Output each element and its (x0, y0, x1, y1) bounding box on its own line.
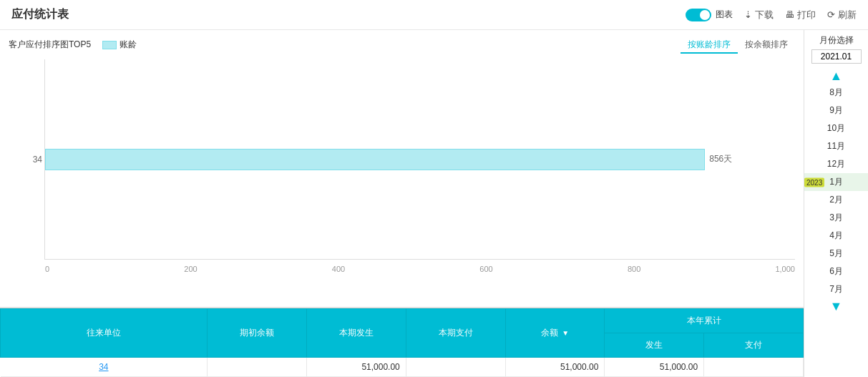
month-label: 2月 (829, 195, 843, 205)
x-axis: 0 200 400 600 800 1,000 (45, 265, 795, 273)
month-label: 10月 (827, 123, 845, 133)
header-actions: 图表 ⇣ 下载 🖶 打印 ⟳ 刷新 (686, 9, 857, 21)
month-item[interactable]: 2月 (804, 191, 868, 209)
download-label: 下载 (755, 9, 774, 21)
chart-area: 客户应付排序图TOP5 账龄 按账龄排序 按余额排序 (0, 30, 804, 307)
month-label: 3月 (829, 212, 843, 222)
month-item[interactable]: 10月 (804, 119, 868, 137)
table-row: 3451,000.0051,000.0051,000.00 (1, 358, 804, 377)
chart-legend: 客户应付排序图TOP5 账龄 (9, 39, 137, 51)
month-label: 12月 (827, 159, 845, 169)
print-icon: 🖶 (785, 9, 794, 20)
month-item[interactable]: 20231月 (804, 173, 868, 191)
cell-col6a: 51,000.00 (605, 358, 704, 377)
month-item[interactable]: 12月 (804, 155, 868, 173)
col5-sort-icon: ▼ (562, 329, 569, 337)
refresh-icon: ⟳ (827, 9, 835, 20)
sort-by-balance-button[interactable]: 按余额排序 (738, 37, 795, 54)
cell-col1[interactable]: 34 (1, 358, 208, 377)
bar-value-label: 856天 (709, 153, 732, 165)
th-col5: 余额 ▼ (505, 309, 605, 358)
month-item[interactable]: 11月 (804, 137, 868, 155)
legend-color (102, 41, 117, 49)
x-tick-400: 400 (332, 265, 345, 273)
month-label: 8月 (829, 87, 843, 97)
right-sidebar: 月份选择 ▲ 8月9月10月11月12月20231月2月3月4月5月6月7月 ▼ (804, 30, 868, 377)
data-table-container: 往来单位 期初余额 本期发生 本期支付 余额 ▼ 本年累计 发生 (0, 307, 804, 377)
month-item[interactable]: 7月 (804, 280, 868, 298)
bar-fill (45, 149, 705, 170)
month-item[interactable]: 3月 (804, 209, 868, 227)
month-item[interactable]: 4月 (804, 227, 868, 245)
month-label: 4月 (829, 230, 843, 240)
bar-y-label: 34 (16, 155, 42, 165)
data-table: 往来单位 期初余额 本期发生 本期支付 余额 ▼ 本年累计 发生 (0, 308, 804, 377)
year-badge: 2023 (804, 177, 824, 187)
chart-title: 客户应付排序图TOP5 (9, 39, 91, 51)
x-tick-800: 800 (628, 265, 640, 273)
sidebar-header: 月份选择 (819, 34, 854, 46)
sort-buttons: 按账龄排序 按余额排序 (681, 37, 795, 54)
main-content: 客户应付排序图TOP5 账龄 按账龄排序 按余额排序 (0, 30, 868, 377)
month-label: 6月 (829, 266, 843, 276)
chart-inner: 34 856天 0 200 400 600 800 1,000 (44, 59, 795, 260)
x-tick-1000: 1,000 (775, 265, 795, 273)
month-list: 8月9月10月11月12月20231月2月3月4月5月6月7月 (804, 84, 868, 298)
chart-bar-row: 34 856天 (45, 149, 795, 170)
month-label: 5月 (829, 248, 843, 258)
month-item[interactable]: 6月 (804, 263, 868, 280)
month-label: 1月 (829, 177, 843, 187)
year-input[interactable] (811, 49, 862, 64)
legend-item: 账龄 (102, 39, 137, 51)
cell-col2 (208, 358, 307, 377)
chart-toggle[interactable] (686, 9, 711, 21)
th-col3: 本期发生 (306, 309, 406, 358)
refresh-button[interactable]: ⟳ 刷新 (827, 9, 857, 21)
cell-col6b (704, 358, 804, 377)
print-label: 打印 (797, 9, 816, 21)
download-icon: ⇣ (744, 9, 752, 20)
cell-link-col1[interactable]: 34 (99, 362, 108, 372)
th-col6a: 发生 (605, 333, 704, 358)
page-title: 应付统计表 (11, 7, 69, 22)
chart-toggle-wrap[interactable]: 图表 (686, 9, 733, 21)
th-col4: 本期支付 (406, 309, 505, 358)
x-tick-600: 600 (479, 265, 492, 273)
scroll-down-button[interactable]: ▼ (830, 300, 843, 313)
sort-by-amount-button[interactable]: 按账龄排序 (681, 37, 738, 54)
toggle-label: 图表 (716, 9, 733, 21)
refresh-label: 刷新 (838, 9, 857, 21)
month-item[interactable]: 9月 (804, 102, 868, 119)
th-col6b: 支付 (704, 333, 804, 358)
month-label: 7月 (829, 284, 843, 294)
cell-col5: 51,000.00 (505, 358, 605, 377)
th-col2: 期初余额 (208, 309, 307, 358)
cell-col4 (406, 358, 505, 377)
month-item[interactable]: 5月 (804, 245, 868, 263)
month-label: 9月 (829, 105, 843, 115)
chart-wrapper: 34 856天 0 200 400 600 800 1,000 (9, 59, 795, 300)
x-tick-200: 200 (184, 265, 197, 273)
th-col6-group: 本年累计 (605, 309, 804, 333)
download-button[interactable]: ⇣ 下载 (744, 9, 774, 21)
x-tick-0: 0 (45, 265, 49, 273)
th-col1: 往来单位 (1, 309, 208, 358)
cell-col3: 51,000.00 (306, 358, 406, 377)
month-label: 11月 (827, 141, 845, 151)
print-button[interactable]: 🖶 打印 (785, 9, 816, 21)
month-item[interactable]: 8月 (804, 84, 868, 102)
scroll-up-button[interactable]: ▲ (830, 69, 843, 82)
legend-label: 账龄 (120, 39, 137, 51)
